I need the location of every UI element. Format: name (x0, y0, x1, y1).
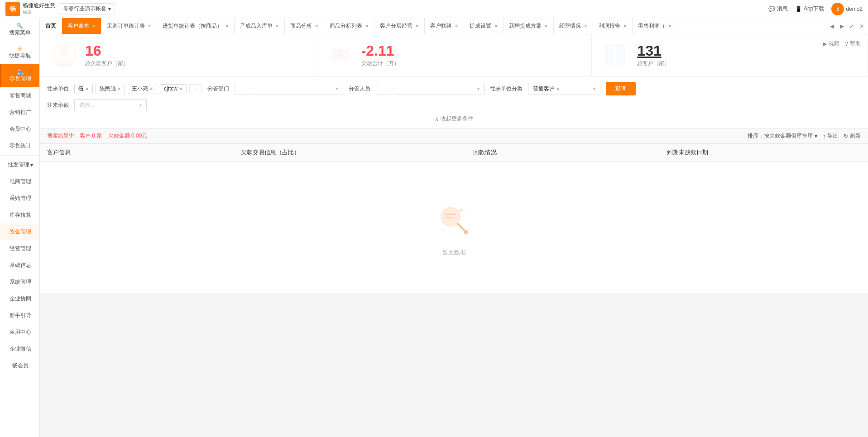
sidebar-item-wholesale-mgmt[interactable]: 批发管理 ▾ (0, 157, 39, 173)
tab-home[interactable]: 首页 (40, 18, 62, 34)
sidebar-divider-1 (0, 155, 39, 156)
filter-row-2: 往来余额 选择... ▾ (47, 99, 861, 111)
sidebar-item-ecommerce[interactable]: 电商管理 (0, 173, 39, 190)
message-button[interactable]: 💬 消息 (768, 5, 788, 13)
tab-profit-report[interactable]: 利润报告 ✕ (593, 18, 633, 34)
tab-customer-contact[interactable]: 客户联络 ✕ (425, 18, 464, 34)
filter-tag-3[interactable]: 王小亮 ✕ (128, 84, 157, 94)
filter-person-select[interactable]: ··· ▾ (376, 83, 484, 95)
tab-close-all-button[interactable]: ✕ (857, 22, 866, 31)
export-button[interactable]: ↑ 导出 (823, 132, 838, 140)
stats-bar: 16 总欠款客户（家） ¥ -2.11 欠款合计（万） (40, 34, 868, 76)
empty-state-text: 暂无数据 (442, 248, 466, 256)
logo-text: 畅捷通好生意 (23, 2, 55, 10)
tab-close-new-achievement-plan[interactable]: ✕ (544, 24, 548, 28)
filter-tag-1[interactable]: 伍 ✕ (74, 84, 93, 94)
tab-purchase-order-stats[interactable]: 采购订单统计表 ✕ (101, 18, 157, 34)
tab-close-purchase-stats-by-product[interactable]: ✕ (225, 24, 229, 28)
svg-rect-5 (606, 46, 614, 64)
svg-rect-6 (616, 44, 624, 64)
filter-dept-select[interactable]: ··· ▾ (235, 83, 343, 95)
table-empty-state: 暂无数据 (40, 162, 868, 293)
tab-close-product-analysis-list[interactable]: ✕ (365, 24, 369, 28)
tab-product-analysis[interactable]: 商品分析 ✕ (285, 18, 324, 34)
tab-close-product-analysis[interactable]: ✕ (315, 24, 318, 28)
query-button[interactable]: 查询 (606, 82, 636, 95)
sidebar-item-marketing[interactable]: 营销推广 (0, 104, 39, 121)
tab-purchase-stats-by-product[interactable]: 进货单统计表（按商品） ✕ (157, 18, 235, 34)
filter-unit-class-tag: 普通客户 ✕ (533, 85, 560, 93)
sidebar-item-enterprise-wechat[interactable]: 企业微信 (0, 341, 39, 357)
filter-tag-2-close[interactable]: ✕ (117, 86, 121, 91)
help-button[interactable]: ? 帮助 (845, 40, 861, 48)
tab-close-purchase-order-stats[interactable]: ✕ (148, 24, 151, 28)
filter-tag-3-close[interactable]: ✕ (149, 86, 153, 91)
sidebar-item-retail-mall[interactable]: 零售商城 (0, 87, 39, 104)
tab-customer-tier-ops[interactable]: 客户分层经营 ✕ (374, 18, 425, 34)
results-bar: 搜索结果中，客户 0 家 欠款金额 0.00元 排序：按欠款金额倒序排序 ▾ ↑… (40, 128, 868, 144)
tab-close-retail-profit[interactable]: ✕ (668, 24, 671, 28)
filter-unit-class-select[interactable]: 普通客户 ✕ ▾ (528, 83, 600, 95)
tab-close-reminder-settings[interactable]: ✕ (494, 24, 498, 28)
tab-close-customer-accounts[interactable]: ✕ (92, 24, 96, 28)
logo-icon: 畅 (5, 2, 20, 16)
tab-close-customer-contact[interactable]: ✕ (455, 24, 458, 28)
filter-tag-4-close[interactable]: ✕ (179, 86, 182, 91)
filter-dept-dots[interactable]: ··· (247, 86, 255, 92)
tab-close-customer-tier-ops[interactable]: ✕ (415, 24, 419, 28)
tab-new-achievement-plan[interactable]: 新增提成方案 ✕ (504, 18, 554, 34)
account-selector[interactable]: 母婴行业演示帐套 ▾ (59, 3, 115, 14)
sidebar-item-app-center[interactable]: 应用中心 (0, 324, 39, 341)
user-profile[interactable]: d demo2 (831, 3, 863, 15)
tab-nav-buttons: ◀ ▶ ⤢ ✕ (825, 22, 868, 31)
filter-tag-1-close[interactable]: ✕ (85, 86, 89, 91)
sidebar-item-retail-mgmt[interactable]: 🏪 零售管理 (0, 64, 39, 87)
filter-unit-class-label: 往来单位分类 (490, 85, 523, 93)
tab-reminder-settings[interactable]: 提成设置 ✕ (464, 18, 504, 34)
sidebar-item-operations-mgmt[interactable]: 经营管理 (0, 240, 39, 257)
tab-close-cost-in-single[interactable]: ✕ (275, 24, 279, 28)
sidebar-item-retail-stats[interactable]: 零售统计 (0, 138, 39, 154)
filter-balance-select[interactable]: 选择... ▾ (74, 99, 147, 111)
sidebar-item-new-guide[interactable]: 新手引导 (0, 307, 39, 324)
logo-area: 畅 畅捷通好生意 标版 (5, 2, 55, 16)
tab-close-profit-report[interactable]: ✕ (623, 24, 627, 28)
tab-product-analysis-list[interactable]: 商品分析列表 ✕ (324, 18, 374, 34)
tab-close-operations-status[interactable]: ✕ (584, 24, 587, 28)
filter-tag-2[interactable]: 陈民强 ✕ (96, 84, 125, 94)
tab-prev-button[interactable]: ◀ (827, 22, 836, 31)
message-icon: 💬 (768, 6, 775, 12)
sidebar-item-member-center[interactable]: 会员中心 (0, 121, 39, 138)
sidebar-item-system-mgmt[interactable]: 系统管理 (0, 274, 39, 290)
sidebar-item-enterprise-coop[interactable]: 企业协同 (0, 290, 39, 307)
tab-operations-status[interactable]: 经营情况 ✕ (554, 18, 593, 34)
sidebar-quick-nav[interactable]: ⚡ 快捷导航 (0, 41, 39, 64)
sidebar-item-purchase-mgmt[interactable]: 采购管理 (0, 190, 39, 207)
sidebar-item-capital-mgmt[interactable]: 资金管理 (0, 223, 39, 240)
stat-icon-debt: ¥ (327, 42, 354, 69)
filter-person-dots[interactable]: ··· (388, 86, 396, 92)
sort-select[interactable]: 排序：按欠款金额倒序排序 ▾ (748, 132, 817, 140)
svg-point-15 (463, 213, 465, 214)
sidebar-item-inventory[interactable]: 库存核算 (0, 207, 39, 223)
tab-cost-in-single[interactable]: 产成品入库单 ✕ (235, 18, 285, 34)
tab-expand-button[interactable]: ⤢ (847, 22, 856, 31)
svg-text:¥: ¥ (338, 51, 343, 60)
stat-icon-total-customers (603, 42, 630, 69)
sort-chevron-down-icon: ▾ (815, 133, 817, 139)
balance-chevron-down-icon: ▾ (139, 103, 142, 108)
tab-bar: 首页 客户账本 ✕ 采购订单统计表 ✕ 进货单统计表（按商品） ✕ 产成品入库单… (40, 18, 868, 34)
collapse-button[interactable]: ∧ 收起更多条件 (47, 115, 861, 123)
tab-next-button[interactable]: ▶ (837, 22, 846, 31)
sidebar-search[interactable]: 🔍 搜索菜单 (0, 18, 39, 41)
filter-tag-more[interactable]: ··· (189, 84, 202, 93)
sidebar-item-basic-info[interactable]: 基础信息 (0, 257, 39, 274)
app-download-button[interactable]: 📱 App下载 (795, 5, 824, 13)
filter-tag-4[interactable]: cjttcw ✕ (160, 84, 187, 93)
tab-customer-accounts[interactable]: 客户账本 ✕ (62, 18, 101, 34)
video-help-button[interactable]: ▶ 视频 (823, 40, 839, 48)
filter-unit-class-tag-close[interactable]: ✕ (556, 86, 560, 91)
refresh-button[interactable]: ↻ 刷新 (844, 132, 861, 140)
sidebar-item-vip-member[interactable]: 畅会员 (0, 357, 39, 374)
tab-retail-profit[interactable]: 零售利润（ ✕ (633, 18, 677, 34)
